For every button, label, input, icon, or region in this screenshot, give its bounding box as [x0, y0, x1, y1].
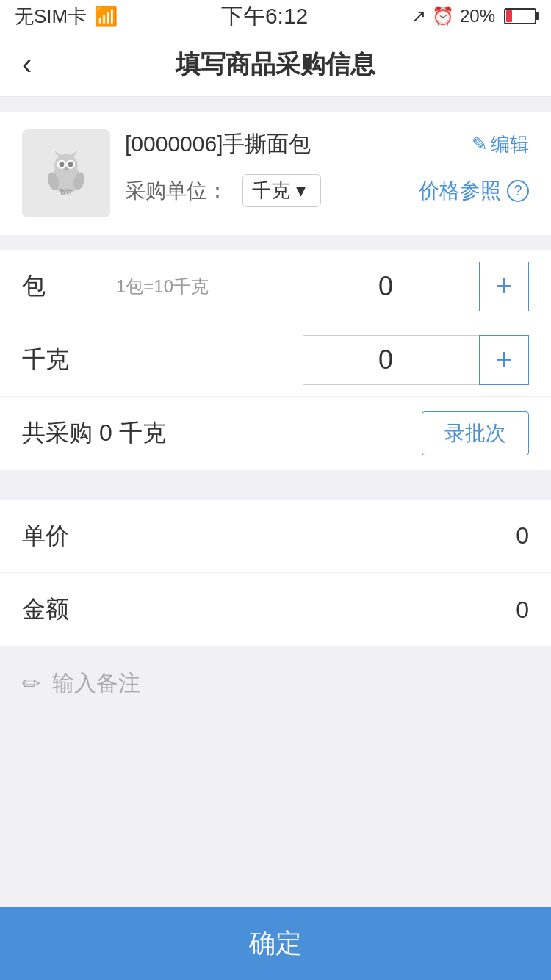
nav-bar: ‹ 填写商品采购信息 [0, 32, 551, 97]
battery-fill [506, 10, 512, 22]
input-section: 包 1包=10千克 + 千克 + [0, 250, 551, 397]
alarm-icon: ⏰ [432, 6, 454, 26]
batch-button[interactable]: 录批次 [422, 411, 529, 455]
kg-label: 千克 [22, 344, 110, 376]
summary-text: 共采购 0 千克 [22, 417, 166, 450]
notes-placeholder: 输入备注 [52, 669, 140, 699]
status-left: 无SIM卡 📶 [15, 4, 118, 29]
product-card: 智计 [0000006]手撕面包 ✎ 编辑 采购单位： 千克 ▾ 价格参照 ? [0, 112, 551, 235]
pencil-icon: ✏ [22, 671, 40, 696]
price-section: 单价 0 金额 0 [0, 500, 551, 646]
package-input-row: 包 1包=10千克 + [0, 250, 551, 323]
purchase-unit-row: 采购单位： 千克 ▾ 价格参照 ? [125, 174, 529, 207]
package-input-right: + [209, 262, 529, 311]
battery-icon [504, 8, 536, 24]
unit-value: 千克 [252, 178, 290, 203]
product-info: [0000006]手撕面包 ✎ 编辑 采购单位： 千克 ▾ 价格参照 ? [125, 129, 529, 207]
page-title: 填写商品采购信息 [176, 48, 375, 82]
edit-icon: ✎ [472, 133, 488, 156]
unit-price-label: 单价 [22, 520, 69, 552]
svg-text:智计: 智计 [60, 188, 73, 195]
package-plus-button[interactable]: + [479, 262, 529, 311]
section-divider-1 [0, 235, 551, 250]
product-name-row: [0000006]手撕面包 ✎ 编辑 [125, 129, 529, 159]
package-label: 包 [22, 270, 110, 303]
notes-section[interactable]: ✏ 输入备注 [0, 646, 551, 721]
product-image: 智计 [22, 129, 110, 217]
unit-dropdown-arrow: ▾ [296, 179, 306, 202]
kg-plus-button[interactable]: + [479, 335, 529, 385]
amount-value: 0 [516, 597, 529, 624]
carrier-label: 无SIM卡 [15, 4, 87, 29]
price-ref-button[interactable]: 价格参照 ? [419, 177, 529, 205]
price-ref-label: 价格参照 [419, 177, 501, 205]
status-bar: 无SIM卡 📶 下午6:12 ↗ ⏰ 20% [0, 0, 551, 32]
kg-quantity-input[interactable] [303, 335, 479, 385]
package-quantity-input[interactable] [303, 262, 479, 311]
location-icon: ↗ [411, 6, 426, 26]
confirm-button[interactable]: 确定 [0, 907, 551, 980]
svg-point-5 [68, 162, 73, 167]
status-time: 下午6:12 [221, 1, 308, 32]
status-right: ↗ ⏰ 20% [411, 6, 536, 26]
amount-label: 金额 [22, 594, 69, 626]
unit-price-value: 0 [516, 522, 529, 550]
package-sublabel: 1包=10千克 [116, 275, 209, 298]
wifi-icon: 📶 [94, 5, 118, 28]
purchase-unit-label: 采购单位： [125, 177, 228, 205]
summary-row: 共采购 0 千克 录批次 [0, 397, 551, 470]
edit-button[interactable]: ✎ 编辑 [472, 131, 529, 157]
section-divider-2 [0, 470, 551, 485]
kg-input-row: 千克 + [0, 323, 551, 397]
kg-input-right: + [110, 335, 529, 385]
edit-label: 编辑 [491, 131, 529, 157]
unit-select[interactable]: 千克 ▾ [242, 174, 321, 207]
svg-point-4 [59, 162, 64, 167]
help-icon: ? [507, 180, 529, 202]
back-button[interactable]: ‹ [22, 48, 66, 81]
product-logo: 智计 [40, 148, 92, 199]
product-full-name: [0000006]手撕面包 [125, 129, 311, 159]
unit-price-row: 单价 0 [0, 500, 551, 573]
battery-percent: 20% [460, 6, 495, 26]
amount-row: 金额 0 [0, 573, 551, 646]
